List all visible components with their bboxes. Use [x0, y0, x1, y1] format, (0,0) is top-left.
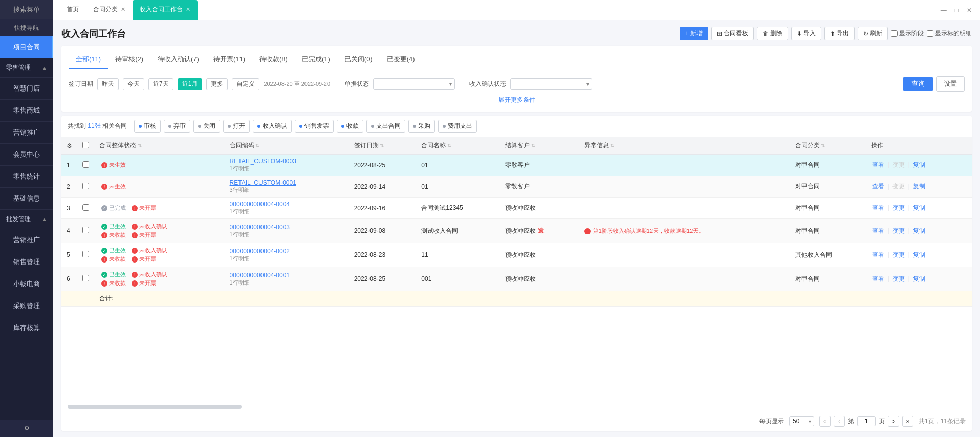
contract-code-link[interactable]: 0000000000004-0004 — [230, 201, 344, 208]
status-tab-pending-review[interactable]: 待审核(2) — [108, 51, 150, 69]
dashboard-button[interactable]: ⊞ 合同看板 — [711, 27, 754, 40]
cell-checkbox[interactable] — [77, 176, 94, 198]
action-payment-btn[interactable]: 收款 — [337, 120, 363, 133]
sidebar-item-marketing[interactable]: 营销推广 — [0, 122, 53, 144]
sidebar-item-retail-stats[interactable]: 零售统计 — [0, 166, 53, 188]
sidebar-item-purchase[interactable]: 采购管理 — [0, 295, 53, 317]
tab-contract-category[interactable]: 合同分类 ✕ — [86, 0, 133, 20]
op-copy[interactable]: 复制 — [913, 251, 925, 258]
cell-checkbox[interactable] — [77, 243, 94, 267]
action-invoice-btn[interactable]: 销售发票 — [295, 120, 334, 133]
cell-checkbox[interactable] — [77, 267, 94, 291]
th-sign-date[interactable]: 签订日期 — [349, 137, 417, 155]
next-page-btn[interactable]: › — [888, 416, 899, 427]
horizontal-scrollbar[interactable] — [68, 405, 242, 409]
date-btn-today[interactable]: 今天 — [123, 78, 144, 90]
doc-status-select[interactable] — [373, 78, 455, 90]
sidebar-item-member[interactable]: 会员中心 — [0, 144, 53, 166]
status-tab-changed[interactable]: 已变更(4) — [380, 51, 422, 69]
sidebar-item-project-contract[interactable]: 项目合同 — [0, 36, 53, 58]
op-view[interactable]: 查看 — [872, 161, 884, 168]
status-tab-pending-confirm[interactable]: 待收入确认(7) — [150, 51, 206, 69]
action-open-btn[interactable]: 打开 — [223, 120, 250, 133]
op-copy[interactable]: 复制 — [913, 161, 925, 168]
op-edit[interactable]: 变更 — [892, 227, 905, 234]
expand-conditions-btn[interactable]: 展开更多条件 — [494, 94, 539, 105]
sidebar-item-retail-mall[interactable]: 零售商城 — [0, 100, 53, 122]
sidebar-settings[interactable]: ⚙ — [0, 420, 53, 437]
window-minimize[interactable]: — — [939, 7, 949, 14]
th-customer[interactable]: 结算客户 — [500, 137, 579, 155]
window-maximize[interactable]: □ — [953, 7, 961, 14]
op-view[interactable]: 查看 — [872, 183, 884, 190]
op-edit[interactable]: 变更 — [892, 251, 905, 258]
status-tab-completed[interactable]: 已完成(1) — [295, 51, 337, 69]
contract-code-link[interactable]: 0000000000004-0001 — [230, 272, 344, 279]
op-copy[interactable]: 复制 — [913, 204, 925, 211]
tab-close-contract-category[interactable]: ✕ — [121, 6, 125, 13]
sidebar-item-retail-mgmt[interactable]: 零售管理 ▲ — [0, 58, 53, 78]
action-purchase-btn[interactable]: 采购 — [408, 120, 435, 133]
op-copy[interactable]: 复制 — [913, 275, 925, 282]
sidebar-item-smart-store[interactable]: 智慧门店 — [0, 78, 53, 100]
sidebar-search[interactable]: 搜索菜单 — [0, 0, 53, 19]
sidebar-quicknav[interactable]: 快捷导航 — [0, 19, 53, 36]
status-tab-all[interactable]: 全部(11) — [69, 51, 108, 69]
action-expense-btn[interactable]: 费用支出 — [438, 120, 477, 133]
tab-income-contract[interactable]: 收入合同工作台 ✕ — [133, 0, 198, 20]
sidebar-item-marketing2[interactable]: 营销推广 — [0, 229, 53, 251]
prev-page-btn[interactable]: ‹ — [834, 416, 845, 427]
query-button[interactable]: 查询 — [903, 77, 933, 91]
op-view[interactable]: 查看 — [872, 251, 884, 258]
contract-code-link[interactable]: 0000000000004-0002 — [230, 248, 344, 255]
date-btn-7days[interactable]: 近7天 — [148, 78, 173, 90]
op-edit[interactable]: 变更 — [892, 275, 905, 282]
th-code[interactable]: 合同编码 — [225, 137, 349, 155]
op-view[interactable]: 查看 — [872, 204, 884, 211]
window-close[interactable]: ✕ — [965, 7, 974, 14]
delete-button[interactable]: 🗑 删除 — [757, 27, 788, 40]
last-page-btn[interactable]: » — [902, 416, 913, 427]
th-category[interactable]: 合同分类 — [790, 137, 866, 155]
action-expense-contract-btn[interactable]: 支出合同 — [366, 120, 405, 133]
tab-close-income-contract[interactable]: ✕ — [186, 6, 190, 13]
sidebar-item-inventory[interactable]: 库存核算 — [0, 317, 53, 339]
cell-checkbox[interactable] — [77, 198, 94, 219]
select-all-checkbox[interactable] — [82, 142, 89, 148]
cell-checkbox[interactable] — [77, 219, 94, 243]
date-btn-1month[interactable]: 近1月 — [178, 78, 203, 90]
first-page-btn[interactable]: « — [819, 416, 831, 427]
op-edit[interactable]: 变更 — [892, 204, 905, 211]
th-exception[interactable]: 异常信息 — [579, 137, 790, 155]
show-stages-checkbox[interactable]: 显示阶段 — [891, 29, 924, 38]
op-copy[interactable]: 复制 — [913, 183, 925, 190]
status-tab-closed[interactable]: 已关闭(0) — [337, 51, 380, 69]
op-view[interactable]: 查看 — [872, 275, 884, 282]
add-button[interactable]: + 新增 — [680, 27, 708, 40]
sidebar-item-ecommerce[interactable]: 小畅电商 — [0, 273, 53, 295]
import-button[interactable]: ⬇ 导入 — [791, 27, 821, 40]
th-settings[interactable]: ⚙ — [61, 137, 77, 155]
show-detail-checkbox[interactable]: 显示标的明细 — [927, 29, 972, 38]
filter-setting-button[interactable]: 设置 — [936, 76, 965, 92]
contract-code-link[interactable]: RETAIL_CUSTOM-0001 — [230, 179, 344, 186]
page-number-input[interactable] — [857, 416, 876, 426]
table-scroll[interactable]: ⚙ 合同整体状态 合同编码 签订日期 合同名称 结算客户 异常信息 合同分类 操… — [61, 137, 972, 403]
cell-checkbox[interactable] — [77, 155, 94, 176]
date-btn-more[interactable]: 更多 — [206, 78, 228, 90]
sidebar-item-sales-mgmt[interactable]: 销售管理 — [0, 251, 53, 273]
export-button[interactable]: ⬆ 导出 — [824, 27, 855, 40]
contract-code-link[interactable]: 0000000000004-0003 — [230, 224, 344, 231]
th-checkbox[interactable] — [77, 137, 94, 155]
action-confirm-btn[interactable]: 收入确认 — [253, 120, 292, 133]
status-tab-pending-payment[interactable]: 待收款(8) — [252, 51, 295, 69]
th-name[interactable]: 合同名称 — [416, 137, 500, 155]
sidebar-item-wholesale[interactable]: 批发管理 ▲ — [0, 210, 53, 229]
date-btn-yesterday[interactable]: 昨天 — [97, 78, 119, 90]
status-tab-pending-invoice[interactable]: 待开票(11) — [206, 51, 252, 69]
op-view[interactable]: 查看 — [872, 227, 884, 234]
action-abandon-btn[interactable]: 弃审 — [164, 120, 190, 133]
confirm-status-select[interactable] — [510, 78, 592, 90]
page-size-select[interactable]: 20 50 100 — [789, 416, 814, 426]
action-review-btn[interactable]: 审核 — [134, 120, 161, 133]
